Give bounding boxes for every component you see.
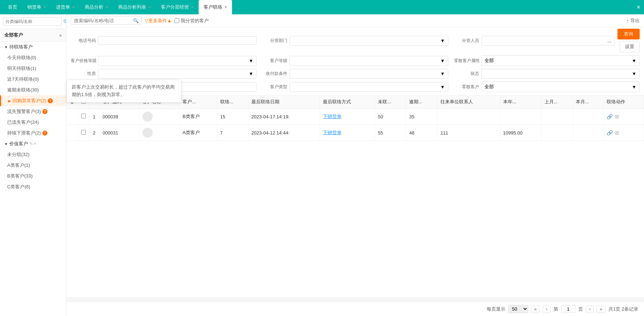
row-checkbox[interactable] [81, 114, 86, 118]
col-header-customer-type[interactable]: 客户... [180, 95, 217, 109]
col-header-last-contact-method[interactable]: 最后联络方式 [320, 95, 375, 109]
row-this-year [500, 109, 541, 125]
row-overdue: 35 [406, 109, 437, 125]
sidebar-item-decline[interactable]: 持续下滑客户(2) ? [0, 128, 66, 138]
sidebar-item-tomorrow[interactable]: 明天待联络(1) [0, 63, 66, 74]
tab-purchase-close[interactable]: × [72, 5, 75, 10]
filter-status-select[interactable]: ▼ [481, 69, 640, 79]
tab-analysis[interactable]: 商品分析 × [80, 0, 113, 14]
contact-method-link[interactable]: 下销货单 [323, 130, 342, 135]
tab-purchase-label: 进货单 [56, 4, 70, 10]
sidebar-collapse-icon[interactable]: » [59, 32, 62, 38]
sidebar-item-lost-warning[interactable]: 流失预警客户(3) ? [0, 106, 66, 117]
row-link-icon[interactable]: 🔗 [607, 114, 613, 119]
sidebar-pending-contact-group[interactable]: ▼ 待联络客户 [0, 42, 66, 52]
filter-manager-select[interactable]: ... [481, 36, 615, 46]
sidebar-item-repurchase-abnormal[interactable]: ▶ 回购异常客户(2) ? [0, 95, 66, 106]
filter-phone-input[interactable] [98, 36, 256, 45]
row-last-month [541, 125, 573, 141]
current-page-input[interactable] [561, 305, 575, 313]
filter-dept-select[interactable]: ▼ [289, 36, 448, 46]
horizontal-scrollbar[interactable] [66, 297, 644, 302]
col-header-this-month[interactable]: 本月... [573, 95, 604, 109]
sidebar-value-customers-group[interactable]: ▼ 价值客户 ✎ + [0, 138, 66, 149]
sidebar-item-overdue-label: 逾期未联络(30) [7, 87, 39, 93]
more-conditions-button[interactable]: ▽ 更多条件 ▲ [145, 18, 172, 24]
sidebar-item-already-lost[interactable]: 已流失客户(24) [0, 117, 66, 128]
sidebar-item-today[interactable]: 今天待联络(0) [0, 52, 66, 63]
tab-analysis-close[interactable]: × [106, 5, 108, 10]
filter-icon: ▽ [145, 18, 148, 23]
decline-info-icon[interactable]: ? [42, 131, 47, 136]
sidebar-search-icon[interactable]: 🔍 [63, 19, 66, 24]
filter-retail-customer-select[interactable]: 全部 ▼ [481, 81, 640, 92]
prev-page-button[interactable]: ‹ [543, 306, 551, 313]
search-input[interactable] [74, 18, 131, 23]
tab-customer-tier-close[interactable]: × [191, 5, 194, 10]
sidebar-item-unclassified[interactable]: 未分组(32) [0, 149, 66, 160]
row-num-cell: 2 [89, 125, 99, 141]
filter-price-grade-select[interactable]: ▼ [98, 56, 256, 66]
tab-sales-label: 销货单 [27, 4, 41, 10]
value-edit-icon[interactable]: ✎ [29, 141, 33, 146]
row-settings-cell [66, 125, 78, 141]
repurchase-info-icon[interactable]: ? [48, 98, 53, 103]
sidebar-item-class-a[interactable]: A类客户(1) [0, 160, 66, 171]
row-last-contact-method[interactable]: 下销货单 [320, 109, 375, 125]
row-last-contact-method[interactable]: 下销货单 [320, 125, 375, 141]
col-header-contact-action[interactable]: 联络动作 [604, 95, 644, 109]
last-page-button[interactable]: » [597, 306, 606, 313]
filter-payment-select[interactable]: ▼ [289, 69, 448, 79]
customer-avatar [143, 112, 153, 122]
lost-warning-info-icon[interactable]: ? [42, 109, 47, 114]
filter-gender-select[interactable]: ▼ [98, 69, 256, 79]
sidebar-item-unclassified-label: 未分组(32) [7, 151, 29, 158]
tab-sales-close[interactable]: × [43, 5, 46, 10]
window-close-button[interactable]: × [636, 4, 640, 10]
sidebar-search-input[interactable] [3, 17, 62, 26]
row-grid-icon[interactable]: ⊞ [615, 130, 619, 136]
filter-retail-customer-label: 零散客户 [454, 84, 479, 90]
col-header-contact[interactable]: 联络... [217, 95, 248, 109]
settings-button[interactable]: 设置 [620, 41, 640, 52]
sidebar-item-class-c[interactable]: C类客户(6) [0, 181, 66, 192]
sidebar-item-overdue[interactable]: 逾期未联络(30) [0, 85, 66, 95]
row-grid-icon[interactable]: ⊞ [615, 114, 619, 119]
row-check-cell[interactable] [78, 109, 89, 125]
search-submit-icon[interactable]: 🔍 [133, 18, 139, 23]
filter-retail-attr-select[interactable]: 全部 ▼ [481, 55, 640, 66]
value-add-icon[interactable]: + [34, 141, 36, 146]
row-last-month [541, 109, 573, 125]
filter-customer-grade-select[interactable]: ▼ [289, 56, 448, 66]
col-header-not-contact[interactable]: 未联... [375, 95, 406, 109]
tab-analysis-list-close[interactable]: × [148, 5, 151, 10]
row-check-cell[interactable] [78, 125, 89, 141]
row-checkbox[interactable] [81, 130, 86, 135]
first-page-button[interactable]: « [531, 306, 540, 313]
per-page-select[interactable]: 50 100 200 [508, 305, 528, 313]
tab-analysis-list[interactable]: 商品分析列表 × [113, 0, 156, 14]
next-page-button[interactable]: › [586, 306, 594, 313]
contact-method-link[interactable]: 下销货单 [323, 114, 342, 119]
filter-customer-type-select[interactable]: ▼ [289, 82, 448, 92]
sidebar-item-class-b[interactable]: B类客户(33) [0, 171, 66, 181]
tab-sales[interactable]: 销货单 × [22, 0, 51, 14]
export-button[interactable]: ↑ 导出 [627, 18, 640, 24]
col-header-unit-contact[interactable]: 往来单位联系人 [437, 95, 500, 109]
tab-home[interactable]: 首页 [3, 0, 22, 14]
tab-customer-contact-close[interactable]: × [224, 5, 227, 10]
col-header-last-month[interactable]: 上月... [541, 95, 573, 109]
table-row: 1 000039 B类客户 15 2023-04-17 14:19: 下销货单 … [66, 109, 644, 125]
query-button[interactable]: 查询 [617, 29, 640, 39]
sidebar-all-customers-header[interactable]: 全部客户 » [0, 29, 66, 42]
col-header-last-contact-date[interactable]: 最后联络日期 [248, 95, 320, 109]
col-header-overdue[interactable]: 逾期... [406, 95, 437, 109]
tab-customer-contact[interactable]: 客户联络 × [199, 0, 232, 14]
tab-purchase[interactable]: 进货单 × [51, 0, 80, 14]
my-customers-checkbox-wrap[interactable]: 我分管的客户 [175, 18, 209, 24]
my-customers-checkbox[interactable] [175, 18, 179, 23]
tab-customer-tier[interactable]: 客户分层经营 × [156, 0, 199, 14]
row-link-icon[interactable]: 🔗 [607, 130, 613, 136]
sidebar-item-7days[interactable]: 近7天待联络(0) [0, 74, 66, 85]
col-header-this-year[interactable]: 本年... [500, 95, 541, 109]
